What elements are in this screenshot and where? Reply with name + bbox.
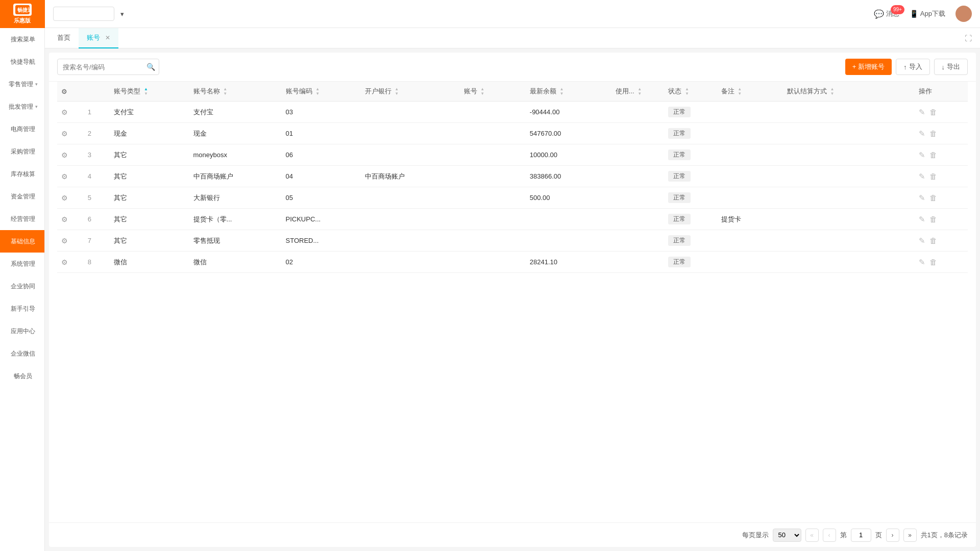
app-download-label: App下载 bbox=[920, 9, 945, 18]
edit-icon[interactable]: ✎ bbox=[919, 258, 925, 267]
app-download-button[interactable]: 📱 App下载 bbox=[910, 9, 945, 18]
search-icon[interactable]: 🔍 bbox=[146, 63, 155, 71]
delete-icon[interactable]: 🗑 bbox=[929, 236, 937, 245]
row-settings[interactable]: ⚙ bbox=[57, 102, 84, 123]
col-name[interactable]: 账号名称 ▲▼ bbox=[189, 82, 282, 102]
row-settings[interactable]: ⚙ bbox=[57, 123, 84, 144]
sidebar-item-membership[interactable]: 畅会员 bbox=[0, 365, 44, 387]
page-first-button[interactable]: « bbox=[805, 529, 819, 542]
sidebar-item-basic-info[interactable]: 基础信息 bbox=[0, 230, 44, 253]
tab-label: 账号 bbox=[87, 33, 100, 42]
col-remark[interactable]: 备注 ▲▼ bbox=[717, 82, 783, 102]
delete-icon[interactable]: 🗑 bbox=[929, 193, 937, 202]
row-settings[interactable]: ⚙ bbox=[57, 230, 84, 252]
add-account-button[interactable]: + 新增账号 bbox=[845, 59, 892, 75]
col-action: 操作 bbox=[915, 82, 968, 102]
edit-icon[interactable]: ✎ bbox=[919, 236, 925, 245]
header-dropdown[interactable]: ▾ bbox=[120, 10, 124, 18]
col-code[interactable]: 账号编码 ▲▼ bbox=[282, 82, 361, 102]
tab-account[interactable]: 账号 ✕ bbox=[79, 28, 118, 48]
delete-icon[interactable]: 🗑 bbox=[929, 215, 937, 223]
row-type: 其它 bbox=[110, 230, 189, 252]
row-index: 6 bbox=[84, 209, 110, 230]
user-avatar[interactable] bbox=[955, 6, 972, 22]
sidebar-item-label: 系统管理 bbox=[11, 260, 35, 268]
row-settings[interactable]: ⚙ bbox=[57, 187, 84, 209]
delete-icon[interactable]: 🗑 bbox=[929, 258, 937, 266]
col-status[interactable]: 状态 ▲▼ bbox=[664, 82, 717, 102]
row-payment bbox=[783, 166, 915, 187]
col-type[interactable]: 账号类型 ▲▼ bbox=[110, 82, 189, 102]
chevron-down-icon: ▾ bbox=[35, 104, 38, 109]
delete-icon[interactable]: 🗑 bbox=[929, 108, 937, 116]
sidebar-item-search[interactable]: 搜索菜单 bbox=[0, 28, 44, 51]
expand-icon: ⛶ bbox=[965, 34, 972, 42]
edit-icon[interactable]: ✎ bbox=[919, 151, 925, 160]
sidebar-item-inventory[interactable]: 库存核算 bbox=[0, 163, 44, 185]
row-bank bbox=[361, 144, 460, 166]
edit-icon[interactable]: ✎ bbox=[919, 193, 925, 203]
page-number-input[interactable] bbox=[851, 529, 871, 542]
page-last-button[interactable]: » bbox=[903, 529, 917, 542]
sort-arrows-name: ▲▼ bbox=[223, 87, 227, 96]
col-usage[interactable]: 使用... ▲▼ bbox=[611, 82, 664, 102]
sidebar-item-appstore[interactable]: 应用中心 bbox=[0, 320, 44, 342]
sidebar-item-retail[interactable]: 零售管理 ▾ bbox=[0, 73, 44, 95]
edit-icon[interactable]: ✎ bbox=[919, 129, 925, 138]
row-settings[interactable]: ⚙ bbox=[57, 166, 84, 187]
table-row: ⚙ 4 其它 中百商场账户 04 中百商场账户 383866.00 正常 ✎ 🗑 bbox=[57, 166, 968, 187]
sidebar-item-label: 搜索菜单 bbox=[11, 35, 35, 44]
row-bank bbox=[361, 187, 460, 209]
sidebar-item-enterprise[interactable]: 企业协同 bbox=[0, 275, 44, 297]
sidebar-item-system[interactable]: 系统管理 bbox=[0, 253, 44, 275]
sort-arrows-usage: ▲▼ bbox=[638, 87, 642, 96]
row-actions: ✎ 🗑 bbox=[915, 209, 968, 230]
edit-icon[interactable]: ✎ bbox=[919, 108, 925, 117]
import-button[interactable]: ↑ 导入 bbox=[896, 59, 930, 75]
page-next-button[interactable]: › bbox=[886, 529, 899, 542]
sidebar-item-enterprise-wechat[interactable]: 企业微信 bbox=[0, 342, 44, 365]
col-account[interactable]: 账号 ▲▼ bbox=[460, 82, 526, 102]
table-row: ⚙ 8 微信 微信 02 28241.10 正常 ✎ 🗑 bbox=[57, 252, 968, 273]
top-search-input[interactable] bbox=[53, 7, 114, 21]
sidebar-item-finance[interactable]: 资金管理 bbox=[0, 185, 44, 208]
message-button[interactable]: 💬 消息 99+ bbox=[874, 9, 899, 19]
sort-arrows-account: ▲▼ bbox=[480, 87, 484, 96]
delete-icon[interactable]: 🗑 bbox=[929, 151, 937, 159]
import-icon: ↑ bbox=[903, 63, 907, 71]
row-settings[interactable]: ⚙ bbox=[57, 252, 84, 273]
row-settings[interactable]: ⚙ bbox=[57, 144, 84, 166]
edit-icon[interactable]: ✎ bbox=[919, 172, 925, 181]
tab-home[interactable]: 首页 bbox=[49, 28, 79, 48]
col-balance[interactable]: 最新余额 ▲▼ bbox=[526, 82, 611, 102]
tab-expand-button[interactable]: ⛶ bbox=[961, 34, 976, 42]
row-payment bbox=[783, 187, 915, 209]
col-payment[interactable]: 默认结算方式 ▲▼ bbox=[783, 82, 915, 102]
search-input[interactable] bbox=[57, 59, 159, 75]
row-actions: ✎ 🗑 bbox=[915, 102, 968, 123]
export-icon: ↓ bbox=[942, 63, 945, 71]
delete-icon[interactable]: 🗑 bbox=[929, 129, 937, 138]
export-button[interactable]: ↓ 导出 bbox=[934, 59, 968, 75]
table-row: ⚙ 3 其它 moneybosx 06 10000.00 正常 ✎ 🗑 bbox=[57, 144, 968, 166]
edit-icon[interactable]: ✎ bbox=[919, 215, 925, 224]
page-size-select[interactable]: 50 10 20 100 bbox=[773, 529, 801, 542]
col-settings[interactable]: ⚙ bbox=[57, 82, 84, 102]
sidebar-item-purchase[interactable]: 采购管理 bbox=[0, 140, 44, 163]
row-settings[interactable]: ⚙ bbox=[57, 209, 84, 230]
row-actions: ✎ 🗑 bbox=[915, 123, 968, 144]
col-payment-label: 默认结算方式 bbox=[787, 87, 827, 95]
header-right: 💬 消息 99+ 📱 App下载 bbox=[874, 6, 972, 22]
page-prev-button[interactable]: ‹ bbox=[823, 529, 836, 542]
col-bank[interactable]: 开户银行 ▲▼ bbox=[361, 82, 460, 102]
delete-icon[interactable]: 🗑 bbox=[929, 172, 937, 181]
sidebar-item-wholesale[interactable]: 批发管理 ▾ bbox=[0, 95, 44, 118]
row-name: 零售抵现 bbox=[189, 230, 282, 252]
sidebar-item-operations[interactable]: 经营管理 bbox=[0, 208, 44, 230]
row-index: 2 bbox=[84, 123, 110, 144]
tab-close-icon[interactable]: ✕ bbox=[105, 34, 110, 41]
sidebar-item-ecommerce[interactable]: 电商管理 bbox=[0, 118, 44, 140]
sidebar-item-quicknav[interactable]: 快捷导航 bbox=[0, 51, 44, 73]
sidebar-item-label: 零售管理 bbox=[9, 80, 33, 89]
sidebar-item-guide[interactable]: 新手引导 bbox=[0, 297, 44, 320]
